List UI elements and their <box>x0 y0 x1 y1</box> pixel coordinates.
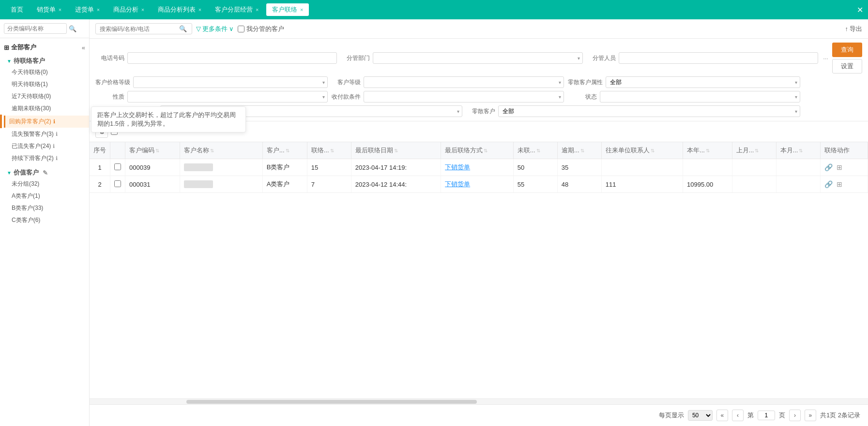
nav-product-list[interactable]: 商品分析列表 × <box>152 3 207 16</box>
collapse-icon[interactable]: « <box>82 44 85 51</box>
next-page-btn[interactable]: › <box>789 410 801 421</box>
nav-customer-tier[interactable]: 客户分层经营 × <box>209 3 264 16</box>
col-last-month[interactable]: 上月... ⇅ <box>732 142 776 159</box>
col-contacts[interactable]: 往来单位联系人 ⇅ <box>601 142 683 159</box>
sidebar-group-pending[interactable]: ▼ 待联络客户 <box>0 55 89 66</box>
sidebar-item-abnormal-repurchase[interactable]: 回购异常客户(2) ℹ <box>4 116 89 128</box>
col-name[interactable]: 客户名称 ⇅ <box>180 142 262 159</box>
sidebar-root-label: 全部客户 <box>11 43 36 52</box>
sidebar-item-loss-warning[interactable]: 流失预警客户(3) ℹ <box>0 128 89 140</box>
last-method-link[interactable]: 下销货单 <box>445 163 470 171</box>
sidebar-item-class-b[interactable]: B类客户(33) <box>0 202 89 214</box>
nav-home[interactable]: 首页 <box>5 3 29 16</box>
close-icon[interactable]: × <box>300 7 303 13</box>
col-contact-count[interactable]: 联络... ⇅ <box>307 142 351 159</box>
per-page-label: 每页显示 <box>659 411 684 420</box>
sidebar-group-value[interactable]: ▼ 价值客户 ✎ <box>0 166 89 178</box>
sidebar-item-overdue[interactable]: 逾期未联络(30) <box>0 103 89 115</box>
filter-sparse-attr-wrap: 全部 ▾ <box>606 76 800 88</box>
col-unlinkable[interactable]: 未联... ⇅ <box>513 142 557 159</box>
filter-dept-select-wrap: ▾ <box>373 52 582 64</box>
sidebar-item-tomorrow[interactable]: 明天待联络(1) <box>0 78 89 90</box>
last-method-link[interactable]: 下销货单 <box>445 180 470 188</box>
filter-payment: 收付款条件 ▾ <box>332 91 564 103</box>
nav-customer-contact[interactable]: 客户联络 × <box>266 3 309 16</box>
close-icon[interactable]: × <box>141 7 144 13</box>
row-checkbox[interactable] <box>114 180 121 187</box>
close-icon[interactable]: × <box>256 7 259 13</box>
filter-person-input[interactable] <box>619 52 818 64</box>
my-customers-checkbox[interactable] <box>238 26 244 32</box>
page-label: 第 <box>747 411 754 420</box>
sort-icon: ⇅ <box>210 148 214 153</box>
last-page-btn[interactable]: » <box>805 410 816 421</box>
col-this-month[interactable]: 本月... ⇅ <box>776 142 820 159</box>
edit-icon[interactable]: ✎ <box>43 169 48 176</box>
scrollbar-thumb[interactable] <box>186 400 477 404</box>
close-icon[interactable]: × <box>97 7 100 13</box>
content-area: 🔍 ▽ 更多条件 ∨ 我分管的客户 ↑ 导出 电话号码 <box>90 19 868 426</box>
per-page-select[interactable]: 50 100 <box>688 410 713 421</box>
col-type[interactable]: 客户... ⇅ <box>262 142 307 159</box>
nav-sales[interactable]: 销货单 × <box>31 3 67 16</box>
dots-icon[interactable]: ··· <box>823 55 828 62</box>
sidebar-item-declining[interactable]: 持续下滑客户(2) ℹ <box>0 152 89 164</box>
filter-dept-select[interactable] <box>373 52 582 64</box>
horizontal-scrollbar[interactable] <box>90 398 868 404</box>
grid-action-icon[interactable]: ⊞ <box>837 180 842 188</box>
sidebar-item-today[interactable]: 今天待联络(0) <box>0 66 89 78</box>
sidebar-item-class-a[interactable]: A类客户(1) <box>0 190 89 202</box>
sidebar-item-class-c[interactable]: C类客户(6) <box>0 214 89 226</box>
prev-page-btn[interactable]: ‹ <box>732 410 744 421</box>
col-year-amount[interactable]: 本年... ⇅ <box>683 142 732 159</box>
link-icon[interactable]: 🔗 <box>824 180 833 188</box>
close-icon[interactable]: × <box>198 7 201 13</box>
window-close-icon[interactable]: ✕ <box>857 5 863 15</box>
grid-icon: ⊞ <box>4 44 9 51</box>
sidebar-item-7days[interactable]: 近7天待联络(0) <box>0 90 89 103</box>
first-page-btn[interactable]: « <box>716 410 728 421</box>
filter-customer-level-select[interactable] <box>364 76 564 88</box>
cell-last-method[interactable]: 下销货单 <box>441 159 514 176</box>
more-filters-btn[interactable]: ▽ 更多条件 ∨ <box>196 25 234 33</box>
filter-sparse-customer-select[interactable]: 全部 <box>498 105 800 117</box>
col-last-method[interactable]: 最后联络方式 ⇅ <box>441 142 514 159</box>
filter-status-select[interactable] <box>600 91 800 103</box>
export-btn[interactable]: ↑ 导出 <box>845 25 863 33</box>
nav-product-analysis[interactable]: 商品分析 × <box>107 3 150 16</box>
filter-nature-wrap: ▾ <box>127 91 328 103</box>
search-icon[interactable]: 🔍 <box>179 25 187 32</box>
grid-action-icon[interactable]: ⊞ <box>837 163 842 171</box>
sidebar-item-unclassified[interactable]: 未分组(32) <box>0 178 89 190</box>
cell-last-method[interactable]: 下销货单 <box>441 176 514 193</box>
cell-checkbox[interactable] <box>110 159 125 176</box>
nav-purchase[interactable]: 进货单 × <box>69 3 106 16</box>
filter-phone-input[interactable] <box>127 52 337 64</box>
filter-nature-select[interactable] <box>127 91 328 103</box>
col-last-date[interactable]: 最后联络日期 ⇅ <box>351 142 441 159</box>
cell-checkbox[interactable] <box>110 176 125 193</box>
row-checkbox[interactable] <box>114 163 121 170</box>
sidebar-search-input[interactable] <box>4 23 67 34</box>
cell-last-date: 2023-04-17 14:19: <box>351 159 441 176</box>
filter-sparse-customer-wrap: 全部 ▾ <box>498 105 800 117</box>
filter-payment-select[interactable] <box>364 91 564 103</box>
search-icon[interactable]: 🔍 <box>69 25 76 32</box>
main-search-input[interactable] <box>100 26 177 32</box>
cell-code: 000039 <box>125 159 180 176</box>
data-table-scroll[interactable]: 序号 客户编码 ⇅ 客户名称 ⇅ 客户... ⇅ 联络... ⇅ 最后联络日期 … <box>90 142 868 398</box>
page-input[interactable] <box>758 411 775 420</box>
filter-sparse-attr-select[interactable]: 全部 <box>606 76 800 88</box>
filter-price-level-select[interactable] <box>133 76 328 88</box>
col-code[interactable]: 客户编码 ⇅ <box>125 142 180 159</box>
cell-last-date: 2023-04-12 14:44: <box>351 176 441 193</box>
query-button[interactable]: 查询 <box>832 43 862 57</box>
filter-icon: ▽ <box>196 25 201 32</box>
sidebar-root-all-customers[interactable]: ⊞ 全部客户 « <box>0 40 89 55</box>
col-overdue[interactable]: 逾期... ⇅ <box>557 142 601 159</box>
close-icon[interactable]: × <box>59 7 61 13</box>
sidebar-item-lost[interactable]: 已流失客户(24) ℹ <box>0 140 89 152</box>
link-icon[interactable]: 🔗 <box>824 163 833 171</box>
table-row: 2 000031 A类客户 7 2023-04-12 14:44: 下销货单 5… <box>90 176 868 193</box>
settings-button[interactable]: 设置 <box>832 59 862 73</box>
